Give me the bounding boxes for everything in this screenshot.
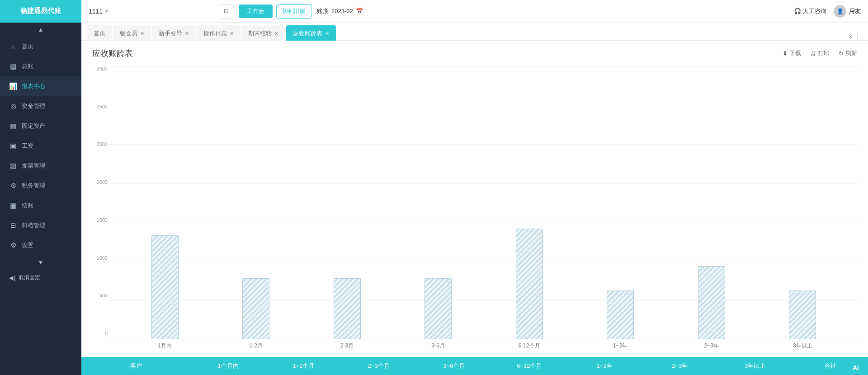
- workbench-button[interactable]: 工作台: [239, 5, 273, 18]
- chart-plot: 1月内 1-2月 2-3月 3-6月 6-12个月 1~2年 2~3年 3年以上: [110, 66, 857, 350]
- sidebar-label-salary: 工资: [22, 142, 33, 150]
- sidebar-label-funds: 资金管理: [22, 102, 45, 110]
- sidebar-item-reports[interactable]: 📊 报表中心: [0, 76, 81, 96]
- th-2-3year: 2~3年: [642, 362, 717, 370]
- th-customer: 客户: [81, 362, 191, 370]
- tab-member[interactable]: 畅会员 ✕: [113, 25, 151, 41]
- refresh-button[interactable]: ↻ 刷新: [839, 49, 857, 57]
- tab-oplog[interactable]: 操作日志 ✕: [197, 25, 241, 41]
- x-label-2-3year: 2~3年: [698, 342, 725, 350]
- sidebar-label-home: 首页: [22, 42, 33, 51]
- chart-container: 0 500 1000 1500 2000 2500 2500 2500: [81, 59, 868, 357]
- tab-label-member: 畅会员: [120, 29, 137, 38]
- tab-close-period-end[interactable]: ✕: [274, 31, 278, 37]
- period-label: 账期: [317, 7, 329, 15]
- user-area[interactable]: 👤 用友: [834, 5, 861, 18]
- switch-version-button[interactable]: 切到旧版: [276, 4, 311, 19]
- chart-y-axis: 0 500 1000 1500 2000 2500 2500 2500: [92, 66, 110, 350]
- x-label-1-2month: 1-2月: [242, 342, 269, 350]
- sidebar-label-archive: 归档管理: [22, 221, 45, 230]
- sidebar-label-settings: 设置: [22, 241, 33, 249]
- consult-button[interactable]: 🎧 人工咨询: [794, 7, 826, 15]
- ledger-icon: ▤: [9, 62, 17, 70]
- main-layout: ▲ ⌂ 首页 ▤ 总账 📊 报表中心 ◎ 资金管理 ▦ 固定资产 ▣ 工资 ▨ …: [0, 23, 868, 375]
- download-label: 下载: [789, 49, 801, 57]
- company-selector[interactable]: 1111 ▾: [89, 8, 215, 15]
- bar-group-0: [151, 235, 179, 339]
- sidebar-item-archive[interactable]: ⊟ 归档管理: [0, 216, 81, 235]
- bar-group-6: [698, 266, 725, 339]
- cancel-fixed-button[interactable]: ◀‖ 取消固定: [0, 269, 81, 286]
- tab-home[interactable]: 首页: [87, 25, 112, 41]
- page-title: 应收账龄表: [92, 48, 133, 59]
- sidebar-item-settings[interactable]: ⚙ 设置: [0, 235, 81, 255]
- home-icon: ⌂: [9, 43, 17, 51]
- tabs-actions: ✕ ⛶: [848, 33, 863, 40]
- sidebar-label-invoice: 发票管理: [22, 162, 45, 170]
- content-area: 首页 畅会员 ✕ 新手引导 ✕ 操作日志 ✕ 期末结转 ✕ 应收账龄表 ✕: [81, 23, 868, 375]
- tab-ar-aging[interactable]: 应收账龄表 ✕: [286, 25, 336, 41]
- headset-icon: 🎧: [794, 8, 801, 14]
- tab-label-period-end: 期末结转: [248, 29, 272, 38]
- table-header: 客户 1个月内 1~2个月 2~3个月 3~6个月 6~12个月 1~2年 2~…: [81, 357, 868, 375]
- avatar-icon: 👤: [837, 8, 844, 14]
- sidebar-item-funds[interactable]: ◎ 资金管理: [0, 96, 81, 116]
- expand-icon[interactable]: ⛶: [857, 33, 863, 40]
- reports-icon: 📊: [9, 82, 17, 90]
- chart-grid: [110, 66, 857, 339]
- cancel-fixed-icon: ◀‖: [9, 275, 16, 281]
- assets-icon: ▦: [9, 122, 17, 130]
- chart-wrapper: 0 500 1000 1500 2000 2500 2500 2500: [92, 66, 857, 350]
- tab-label-ar-aging: 应收账龄表: [293, 29, 322, 38]
- sidebar-item-tax[interactable]: ⚙ 税务管理: [0, 176, 81, 196]
- y-label-1500: 1500: [92, 217, 110, 223]
- y-label-0: 0: [92, 331, 110, 336]
- x-label-3plus: 3年以上: [789, 342, 816, 350]
- tab-close-oplog[interactable]: ✕: [230, 31, 234, 37]
- th-1month: 1个月内: [191, 362, 266, 370]
- copy-icon: ⊡: [224, 8, 229, 14]
- app-logo: 畅捷通易代账: [20, 7, 61, 15]
- sidebar-label-assets: 固定资产: [22, 122, 45, 130]
- invoice-icon: ▨: [9, 162, 17, 170]
- bar-2-3month: [334, 278, 361, 339]
- chevron-down-icon[interactable]: ▾: [105, 8, 108, 14]
- close-all-icon[interactable]: ✕: [848, 33, 853, 40]
- sidebar-scroll-up[interactable]: ▲: [0, 23, 81, 37]
- x-label-1-2year: 1~2年: [607, 342, 634, 350]
- settings-icon: ⚙: [9, 241, 17, 249]
- bar-2-3year: [698, 266, 725, 339]
- bar-group-2: [334, 278, 361, 339]
- th-2-3month: 2~3个月: [341, 362, 416, 370]
- ai-badge[interactable]: Ai: [844, 361, 868, 375]
- tab-close-member[interactable]: ✕: [140, 31, 144, 37]
- print-button[interactable]: 🖨 打印: [810, 49, 830, 57]
- sidebar-item-invoice[interactable]: ▨ 发票管理: [0, 156, 81, 176]
- bar-1-2month: [242, 278, 269, 339]
- tab-close-ar-aging[interactable]: ✕: [325, 31, 329, 37]
- sidebar-scroll-down[interactable]: ▼: [0, 255, 81, 269]
- download-button[interactable]: ⬇ 下载: [783, 49, 801, 57]
- sidebar-label-tax: 税务管理: [22, 182, 45, 190]
- sidebar-item-salary[interactable]: ▣ 工资: [0, 136, 81, 156]
- tab-period-end[interactable]: 期末结转 ✕: [241, 25, 285, 41]
- refresh-label: 刷新: [845, 49, 857, 57]
- calendar-icon[interactable]: 📅: [356, 8, 363, 14]
- th-1-2month: 1~2个月: [266, 362, 341, 370]
- sidebar-item-home[interactable]: ⌂ 首页: [0, 37, 81, 56]
- print-label: 打印: [818, 49, 830, 57]
- tab-guide[interactable]: 新手引导 ✕: [152, 25, 196, 41]
- sidebar-item-ledger[interactable]: ▤ 总账: [0, 56, 81, 76]
- funds-icon: ◎: [9, 102, 17, 110]
- sidebar-item-checkout[interactable]: ▣ 结账: [0, 196, 81, 216]
- bars-area: [110, 66, 857, 339]
- bar-1month: [151, 235, 179, 339]
- user-name: 用友: [849, 7, 861, 15]
- th-3plus: 3年以上: [717, 362, 793, 370]
- th-3-6month: 3~6个月: [416, 362, 491, 370]
- tab-close-guide[interactable]: ✕: [185, 31, 189, 37]
- bar-3-6month: [425, 278, 452, 339]
- copy-button[interactable]: ⊡: [219, 4, 233, 19]
- tabs-bar: 首页 畅会员 ✕ 新手引导 ✕ 操作日志 ✕ 期末结转 ✕ 应收账龄表 ✕: [81, 23, 868, 41]
- sidebar-item-assets[interactable]: ▦ 固定资产: [0, 116, 81, 136]
